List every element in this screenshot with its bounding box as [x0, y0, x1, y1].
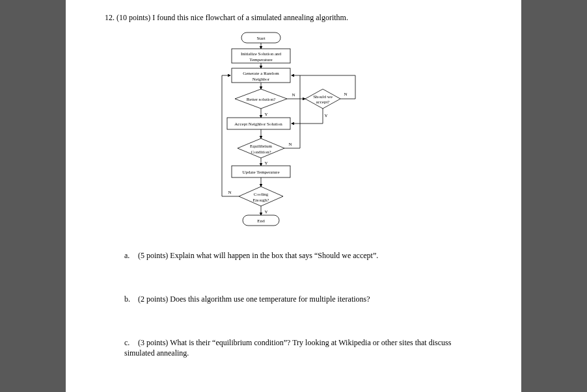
flow-end: End: [257, 218, 265, 224]
flowchart: Start Initialize Solution and Temperatur…: [196, 29, 391, 237]
flow-gen1: Generate a Random: [243, 71, 279, 76]
flow-gen2: Neighbor: [253, 77, 270, 82]
flow-should2: accept?: [316, 99, 330, 105]
part-c-text: What is their “equilibrium condition”? T…: [124, 338, 451, 358]
flow-init1: Initialize Solution and: [241, 51, 282, 57]
part-c-points: (3 points): [138, 338, 168, 347]
flow-update: Update Temperature: [242, 170, 279, 175]
flow-equil2: Condition?: [251, 150, 271, 155]
part-a-text: Explain what will happen in the box that…: [170, 251, 378, 260]
question-header: 12. (10 points) I found this nice flowch…: [105, 13, 482, 23]
part-c: c. (3 points) What is their “equilibrium…: [124, 337, 482, 359]
part-a: a. (5 points) Explain what will happen i…: [124, 250, 482, 261]
flow-cool2: Enough?: [253, 198, 269, 203]
part-a-points: (5 points): [138, 251, 168, 260]
label-n-2: N: [344, 92, 347, 97]
part-b-points: (2 points): [138, 294, 168, 304]
flow-equil1: Equilibrium: [250, 144, 272, 149]
label-y-1: Y: [324, 113, 327, 118]
flow-accept: Accept Neighbor Solution: [234, 122, 282, 127]
label-n-1: N: [292, 92, 295, 98]
label-y-4: Y: [264, 209, 267, 215]
part-a-letter: a.: [124, 250, 136, 261]
label-y-2: Y: [264, 112, 267, 117]
part-b-text: Does this algorithm use one temperature …: [170, 294, 370, 304]
flow-start: Start: [256, 36, 265, 41]
question-text: I found this nice flowchart of a simulat…: [152, 13, 348, 22]
part-b-letter: b.: [124, 294, 136, 305]
document-page: 12. (10 points) I found this nice flowch…: [66, 0, 521, 392]
question-points: (10 points): [116, 13, 150, 22]
flow-init2: Temperature: [249, 57, 272, 62]
label-y-3: Y: [264, 161, 267, 166]
label-n-4: N: [228, 190, 231, 195]
flow-should1: Should we: [313, 94, 333, 99]
part-b: b. (2 points) Does this algorithm use on…: [124, 294, 482, 305]
question-number: 12.: [105, 13, 115, 22]
part-c-letter: c.: [124, 337, 136, 348]
flow-cool1: Cooling: [254, 192, 269, 197]
flow-better: Better solution?: [247, 97, 276, 102]
label-n-3: N: [288, 142, 292, 147]
